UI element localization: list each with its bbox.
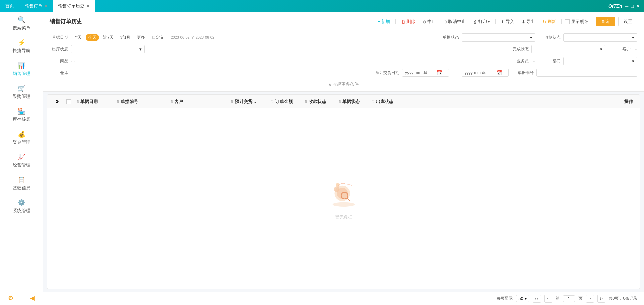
date-tag-today[interactable]: 今天 xyxy=(86,34,99,41)
delivery-date-start-calendar-icon[interactable]: 📅 xyxy=(437,70,442,75)
stop-button[interactable]: ⊘ 中止 xyxy=(421,17,438,26)
page-unit: 页 xyxy=(578,296,583,301)
col-header-doc-sort-icon[interactable]: ⇅ xyxy=(338,100,341,103)
tab-sales-order[interactable]: 销售订单 ✕ xyxy=(19,0,53,12)
filter-pay-status: 收款状态 ▾ xyxy=(542,33,637,42)
delete-button-label: 删除 xyxy=(406,18,415,25)
date-tag-more[interactable]: 更多 xyxy=(134,34,148,41)
col-header-date-sort-icon[interactable]: ⇅ xyxy=(76,100,79,103)
delivery-date-start-input[interactable] xyxy=(405,70,435,75)
sales-mgmt-icon: 📊 xyxy=(18,62,25,69)
table-checkbox-all-cell xyxy=(63,99,74,104)
product-select-btn[interactable]: ··· xyxy=(71,59,75,64)
sidebar-item-quick-nav[interactable]: ⚡ 快捷导航 xyxy=(0,35,43,58)
per-page-select[interactable]: 50 ▾ xyxy=(516,295,529,302)
sidebar-item-inventory-calc[interactable]: 🏪 库存核算 xyxy=(0,104,43,126)
filter-out-status: 出库状态 ▾ xyxy=(50,45,145,53)
divider-3 xyxy=(561,19,562,24)
department-select[interactable]: ▾ xyxy=(563,57,637,65)
finance-mgmt-icon: 💰 xyxy=(18,130,25,138)
sidebar-item-purchase-mgmt[interactable]: 🛒 采购管理 xyxy=(0,81,43,104)
filter-row-3: 商品 ··· 业务员 ··· 部门 ▾ xyxy=(50,57,637,65)
cancel-stop-icon: ⊙ xyxy=(443,19,447,24)
sidebar-item-search-menu-label: 搜索菜单 xyxy=(13,25,30,31)
sidebar-item-sales-mgmt[interactable]: 📊 销售管理 xyxy=(0,58,43,81)
window-close-btn[interactable]: ✕ xyxy=(636,4,640,9)
sidebar-item-system-mgmt[interactable]: ⚙️ 系统管理 xyxy=(0,195,43,218)
settings-button[interactable]: 设置 xyxy=(618,17,637,26)
window-min-btn[interactable]: ─ xyxy=(625,4,628,9)
table-settings-icon[interactable]: ⚙ xyxy=(55,99,59,104)
pay-status-select[interactable]: ▾ xyxy=(563,33,637,42)
import-button[interactable]: ⬆ 导入 xyxy=(499,17,516,26)
new-button[interactable]: + 新增 xyxy=(376,17,392,26)
date-tag-custom[interactable]: 自定义 xyxy=(149,34,167,41)
page-next-btn[interactable]: ＞ xyxy=(586,295,594,303)
col-header-doc-status: ⇅ 单据状态 xyxy=(336,99,369,105)
system-mgmt-icon: ⚙️ xyxy=(18,199,25,206)
col-header-out-sort-icon[interactable]: ⇅ xyxy=(372,100,375,103)
col-header-delivery-sort-icon[interactable]: ⇅ xyxy=(231,100,233,103)
table-settings-cell: ⚙ xyxy=(51,99,63,104)
sidebar-item-search-menu[interactable]: 🔍 搜索菜单 xyxy=(0,12,43,35)
sidebar-settings-btn[interactable]: ⚙ xyxy=(8,294,13,302)
warehouse-select-btn[interactable]: ··· xyxy=(71,70,75,75)
svg-point-0 xyxy=(332,202,355,207)
page-first-btn[interactable]: ⟨⟨ xyxy=(533,295,541,303)
table-checkbox-all[interactable] xyxy=(66,99,71,104)
display-toggle[interactable]: 显示明细 xyxy=(565,18,589,25)
sidebar-item-finance-mgmt[interactable]: 💰 资金管理 xyxy=(0,126,43,149)
salesperson-select-btn[interactable]: ··· xyxy=(531,59,535,64)
export-icon: ⬇ xyxy=(522,19,525,24)
date-tag-7days[interactable]: 近7天 xyxy=(100,34,116,41)
print-button[interactable]: 🖨 打印 ▾ xyxy=(471,17,492,26)
tab-sales-order-history[interactable]: 销售订单历史 ✕ xyxy=(53,0,95,12)
collapse-filters-btn[interactable]: ∧ 收起更多条件 xyxy=(50,80,637,87)
sidebar-item-purchase-mgmt-label: 采购管理 xyxy=(13,93,30,100)
col-header-out-status: ⇅ 出库状态 xyxy=(369,99,403,105)
export-button-label: 导出 xyxy=(526,18,535,25)
window-max-btn[interactable]: □ xyxy=(631,4,634,9)
date-tag-yesterday[interactable]: 昨天 xyxy=(71,34,84,41)
refresh-button[interactable]: ↻ 刷新 xyxy=(541,17,558,26)
complete-status-label: 完成状态 xyxy=(510,46,529,52)
tab-home[interactable]: 首页 xyxy=(0,0,19,12)
delivery-date-start-box[interactable]: 📅 xyxy=(402,69,449,77)
delivery-date-end-box[interactable]: 📅 xyxy=(462,69,509,77)
filter-area: 单据日期 昨天 今天 近7天 近1月 更多 自定义 2023-06-02 至 2… xyxy=(43,29,644,92)
tab-sales-order-history-close[interactable]: ✕ xyxy=(86,4,89,8)
delete-button[interactable]: 🗑 删除 xyxy=(399,17,417,26)
export-button[interactable]: ⬇ 导出 xyxy=(520,17,537,26)
date-range-text: 2023-06-02 至 2023-06-02 xyxy=(171,35,214,40)
page-prev-btn[interactable]: ＜ xyxy=(544,295,552,303)
col-header-number-sort-icon[interactable]: ⇅ xyxy=(117,100,119,103)
page-last-btn[interactable]: ⟩⟩ xyxy=(597,295,605,303)
department-label: 部门 xyxy=(542,58,561,64)
col-header-amount-sort-icon[interactable]: ⇅ xyxy=(271,100,274,103)
date-tag-1month[interactable]: 近1月 xyxy=(118,34,133,41)
customer-select-btn[interactable]: ··· xyxy=(633,47,637,52)
col-header-customer-sort-icon[interactable]: ⇅ xyxy=(170,100,173,103)
doc-number-input[interactable] xyxy=(536,69,637,77)
sidebar-item-basic-info[interactable]: 📋 基础信息 xyxy=(0,172,43,195)
query-button[interactable]: 查询 xyxy=(596,17,615,26)
col-header-customer-label: 客户 xyxy=(174,99,183,105)
tab-home-label: 首页 xyxy=(5,3,14,9)
sidebar-item-operations-mgmt[interactable]: 📈 经营管理 xyxy=(0,149,43,172)
complete-status-select[interactable]: ▾ xyxy=(531,45,605,53)
product-filter-label: 商品 xyxy=(50,58,68,64)
col-header-amount: ⇅ 订单金额 xyxy=(268,99,302,105)
tab-sales-order-close[interactable]: ✕ xyxy=(44,4,47,8)
doc-status-select[interactable]: ▾ xyxy=(462,33,535,42)
filter-salesperson: 业务员 ··· xyxy=(510,58,535,64)
out-status-select[interactable]: ▾ xyxy=(71,45,145,53)
cancel-stop-button[interactable]: ⊙ 取消中止 xyxy=(441,17,468,26)
sidebar-collapse-btn[interactable]: ◀ xyxy=(30,294,35,302)
delivery-date-end-input[interactable] xyxy=(465,70,495,75)
page-input[interactable] xyxy=(563,295,575,302)
col-header-pay-sort-icon[interactable]: ⇅ xyxy=(305,100,307,103)
print-icon: 🖨 xyxy=(473,19,477,24)
display-toggle-checkbox[interactable] xyxy=(565,19,570,24)
filter-warehouse: 仓库 ··· xyxy=(50,70,75,76)
delivery-date-end-calendar-icon[interactable]: 📅 xyxy=(496,70,502,75)
